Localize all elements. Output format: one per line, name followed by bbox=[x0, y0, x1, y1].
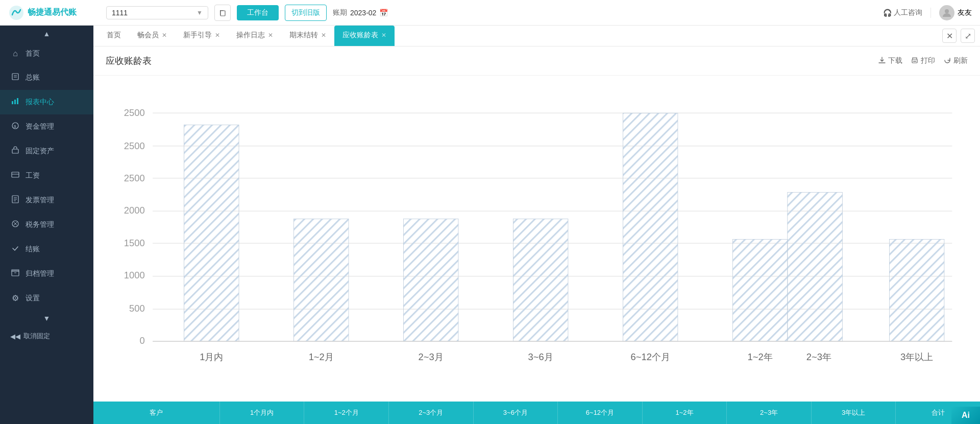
tab-ar-aging-label: 应收账龄表 bbox=[342, 31, 378, 40]
sidebar-label-salary: 工资 bbox=[26, 171, 40, 180]
tab-log-label: 操作日志 bbox=[236, 31, 265, 40]
tabs-close-all-button[interactable]: ✕ bbox=[942, 29, 957, 43]
avatar bbox=[939, 5, 954, 20]
svg-text:2500: 2500 bbox=[124, 107, 145, 118]
svg-text:3~6月: 3~6月 bbox=[528, 351, 553, 362]
cancel-fixed-label: 取消固定 bbox=[23, 332, 50, 341]
sidebar-item-close[interactable]: 结账 bbox=[0, 237, 93, 262]
svg-rect-6 bbox=[12, 101, 13, 104]
workbench-button[interactable]: 工作台 bbox=[237, 5, 279, 20]
sidebar-label-tax: 税务管理 bbox=[26, 220, 54, 229]
tab-guide-label: 新手引导 bbox=[183, 31, 212, 40]
tab-guide[interactable]: 新手引导 ✕ bbox=[175, 26, 228, 46]
svg-text:1~2月: 1~2月 bbox=[309, 351, 334, 362]
home-icon: ⌂ bbox=[10, 49, 20, 58]
user-area: 🎧 人工咨询 友友 bbox=[883, 5, 972, 20]
user-info[interactable]: 友友 bbox=[939, 5, 972, 20]
svg-rect-45 bbox=[294, 219, 349, 342]
sidebar-item-assets[interactable]: 固定资产 bbox=[0, 139, 93, 163]
ai-badge[interactable]: Ai bbox=[951, 407, 980, 424]
tab-period-close-close[interactable]: ✕ bbox=[321, 32, 326, 39]
chevron-down-icon: ▼ bbox=[197, 9, 203, 16]
svg-rect-44 bbox=[184, 125, 239, 341]
sidebar-label-invoice: 发票管理 bbox=[26, 196, 54, 205]
sidebar-item-reports[interactable]: 报表中心 bbox=[0, 90, 93, 114]
col-1-2month: 1~2个月 bbox=[304, 402, 389, 424]
page-title: 应收账龄表 bbox=[106, 55, 152, 67]
sidebar-scroll-down[interactable]: ▼ bbox=[0, 310, 93, 326]
settings-icon: ⚙ bbox=[10, 293, 20, 303]
period-label: 账期 bbox=[333, 8, 347, 17]
logo-text: 畅捷通易代账 bbox=[28, 7, 77, 18]
tabs-maximize-button[interactable]: ⤢ bbox=[961, 29, 975, 43]
svg-rect-26 bbox=[913, 61, 916, 62]
sidebar-item-invoice[interactable]: 发票管理 bbox=[0, 188, 93, 213]
tab-log[interactable]: 操作日志 ✕ bbox=[228, 26, 281, 46]
svg-text:2000: 2000 bbox=[124, 205, 145, 216]
sidebar-item-salary[interactable]: 工资 bbox=[0, 163, 93, 188]
sidebar-label-archive: 归档管理 bbox=[26, 269, 54, 278]
help-button[interactable]: 🎧 人工咨询 bbox=[883, 8, 922, 17]
sidebar-item-archive[interactable]: 归档管理 bbox=[0, 262, 93, 286]
tab-member-close[interactable]: ✕ bbox=[162, 32, 167, 39]
sidebar-scroll-up[interactable]: ▲ bbox=[0, 26, 93, 42]
sidebar-item-home[interactable]: ⌂ 首页 bbox=[0, 42, 93, 65]
invoice-icon bbox=[10, 195, 20, 205]
svg-rect-12 bbox=[12, 172, 19, 177]
sidebar-item-settings[interactable]: ⚙ 设置 bbox=[0, 286, 93, 310]
tab-ar-aging[interactable]: 应收账龄表 ✕ bbox=[334, 26, 395, 46]
company-name: 1111 bbox=[112, 9, 193, 17]
svg-rect-8 bbox=[17, 98, 18, 104]
refresh-button[interactable]: 刷新 bbox=[943, 56, 968, 66]
download-label: 下载 bbox=[888, 56, 902, 65]
switch-button[interactable]: 切到旧版 bbox=[285, 5, 327, 21]
col-2-3month: 2~3个月 bbox=[389, 402, 474, 424]
print-button[interactable]: 打印 bbox=[911, 56, 935, 66]
cancel-fixed-button[interactable]: ◀◀ 取消固定 bbox=[0, 326, 93, 346]
tab-period-close-label: 期末结转 bbox=[289, 31, 318, 40]
tab-guide-close[interactable]: ✕ bbox=[215, 32, 220, 39]
col-1month: 1个月内 bbox=[220, 402, 305, 424]
tab-log-close[interactable]: ✕ bbox=[268, 32, 273, 39]
tab-home[interactable]: 首页 bbox=[99, 26, 129, 46]
tab-member-label: 畅会员 bbox=[137, 31, 159, 40]
sidebar-label-funds: 资金管理 bbox=[26, 122, 54, 131]
print-label: 打印 bbox=[921, 56, 935, 65]
svg-rect-11 bbox=[12, 149, 18, 153]
sidebar-label-assets: 固定资产 bbox=[26, 147, 54, 156]
tabs-bar: 首页 畅会员 ✕ 新手引导 ✕ 操作日志 ✕ 期末结转 ✕ 应收账龄表 ✕ bbox=[93, 26, 980, 46]
sidebar-item-ledger[interactable]: 总账 bbox=[0, 65, 93, 90]
svg-rect-46 bbox=[403, 219, 458, 342]
calendar-icon[interactable]: 📅 bbox=[379, 9, 388, 17]
svg-rect-7 bbox=[14, 100, 16, 104]
reports-icon bbox=[10, 97, 20, 107]
print-icon bbox=[911, 56, 919, 66]
svg-rect-1 bbox=[220, 11, 225, 16]
sidebar-label-home: 首页 bbox=[26, 49, 40, 58]
page-content: 应收账龄表 下载 打印 bbox=[93, 46, 980, 424]
sidebar-label-settings: 设置 bbox=[26, 294, 40, 303]
col-6-12month: 6~12个月 bbox=[558, 402, 643, 424]
svg-text:1月内: 1月内 bbox=[200, 351, 223, 362]
sidebar-label-ledger: 总账 bbox=[26, 73, 40, 82]
archive-icon bbox=[10, 269, 20, 279]
refresh-icon bbox=[943, 56, 951, 66]
tab-member[interactable]: 畅会员 ✕ bbox=[129, 26, 175, 46]
sidebar-item-funds[interactable]: $ 资金管理 bbox=[0, 114, 93, 139]
download-icon bbox=[878, 56, 886, 66]
pin-icon: ◀◀ bbox=[10, 333, 20, 340]
company-selector[interactable]: 1111 ▼ bbox=[106, 6, 208, 19]
svg-text:$: $ bbox=[14, 124, 16, 129]
tab-ar-aging-close[interactable]: ✕ bbox=[381, 32, 386, 39]
tab-period-close[interactable]: 期末结转 ✕ bbox=[281, 26, 334, 46]
main-layout: ▲ ⌂ 首页 总账 报表中心 $ 资金管理 固定资产 bbox=[0, 26, 980, 424]
ledger-icon bbox=[10, 73, 20, 83]
svg-text:6~12个月: 6~12个月 bbox=[630, 351, 670, 362]
download-button[interactable]: 下载 bbox=[878, 56, 902, 66]
table-header: 客户 1个月内 1~2个月 2~3个月 3~6个月 6~12个月 bbox=[93, 402, 980, 424]
sidebar-item-tax[interactable]: 税务管理 bbox=[0, 213, 93, 237]
copy-button[interactable] bbox=[214, 5, 231, 21]
col-3year-plus: 3年以上 bbox=[812, 402, 896, 424]
tax-icon bbox=[10, 220, 20, 230]
headset-icon: 🎧 bbox=[883, 9, 892, 17]
